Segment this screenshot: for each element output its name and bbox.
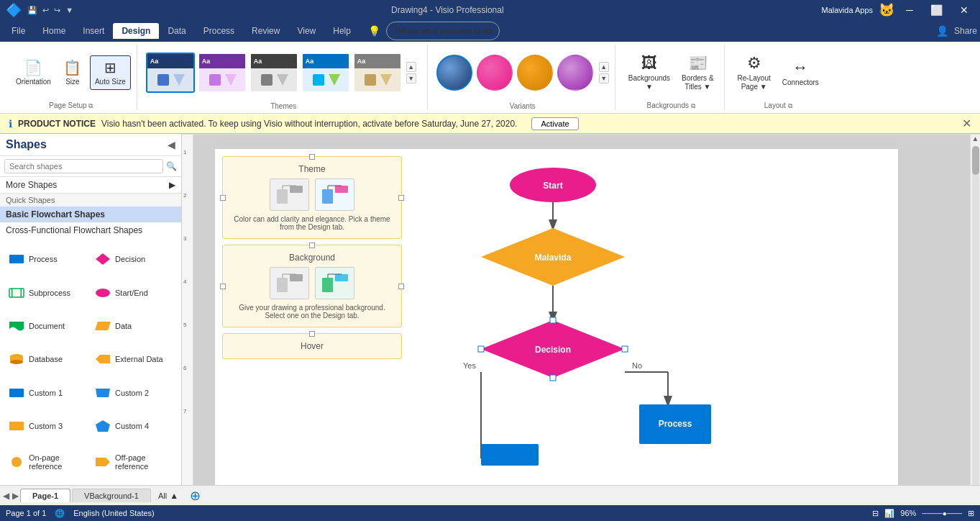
bg-handle-top [309, 243, 315, 248]
redo-icon[interactable]: ↪ [54, 6, 60, 14]
search-icon[interactable]: 🔍 [166, 161, 177, 171]
shape-custom4[interactable]: Custom 4 [92, 411, 175, 441]
basic-flowchart-item[interactable]: Basic Flowchart Shapes [0, 207, 181, 222]
shape-subprocess[interactable]: Subprocess [6, 277, 89, 307]
status-icon-1[interactable]: ⊟ [872, 509, 879, 518]
theme-4-inner: Aa [303, 54, 349, 91]
handle-top [309, 154, 315, 160]
shape-custom3[interactable]: Custom 3 [6, 411, 89, 441]
tab-help[interactable]: Help [324, 23, 360, 39]
theme-img-1 [270, 178, 309, 211]
ribbon-search[interactable]: Tell me what you want to do [386, 22, 500, 40]
shape-onpage-ref[interactable]: On-page reference [6, 445, 89, 479]
variants-up[interactable]: ▲ [599, 62, 609, 72]
notification-close[interactable]: ✕ [962, 117, 971, 130]
cross-functional-item[interactable]: Cross-Functional Flowchart Shapes [0, 222, 181, 238]
zoom-slider[interactable]: ────●─── [922, 509, 962, 517]
minimize-btn[interactable]: ─ [900, 4, 919, 16]
zoom-in-btn[interactable]: ⊞ [968, 509, 974, 518]
background-panel-images [230, 267, 394, 299]
group-variants: ▲ ▼ Variants [431, 45, 615, 110]
group-layout: ⚙ Re-LayoutPage ▼ ↔ Connectors Layout ⧉ [728, 45, 829, 110]
all-arrow[interactable]: ▲ [170, 491, 178, 501]
save-icon[interactable]: 💾 [27, 6, 37, 14]
all-label[interactable]: All [158, 491, 167, 500]
borders-titles-button[interactable]: 📰 Borders &Titles ▼ [677, 51, 718, 94]
add-page-btn[interactable]: ⊕ [186, 488, 205, 504]
shape-startend[interactable]: Start/End [92, 277, 175, 307]
backgrounds-button[interactable]: 🖼 Backgrounds▼ [624, 51, 674, 94]
tab-page1[interactable]: Page-1 [20, 489, 70, 502]
theme-1-a: Aa [150, 58, 159, 65]
connectors-button[interactable]: ↔ Connectors [778, 55, 823, 90]
shape-data[interactable]: Data [92, 311, 175, 341]
close-btn[interactable]: ✕ [954, 4, 974, 16]
offpage-ref-icon [95, 456, 111, 468]
shape-external-data[interactable]: External Data [92, 344, 175, 374]
svg-rect-31 [322, 189, 333, 204]
borders-icon: 📰 [688, 54, 707, 73]
tab-design[interactable]: Design [113, 23, 159, 39]
page-prev-btn[interactable]: ◀ [3, 491, 9, 501]
search-input[interactable] [4, 159, 163, 173]
theme-3-header: Aa [251, 54, 297, 68]
variants-down[interactable]: ▼ [599, 73, 609, 83]
tab-view[interactable]: View [288, 23, 324, 39]
tab-insert[interactable]: Insert [74, 23, 113, 39]
scroll-track[interactable] [972, 146, 979, 485]
custom1-icon [9, 386, 24, 399]
shape-custom2[interactable]: Custom 2 [92, 378, 175, 408]
share-label[interactable]: Share [954, 26, 977, 36]
svg-marker-20 [96, 355, 110, 363]
page-next-btn[interactable]: ▶ [12, 491, 19, 501]
re-layout-button[interactable]: ⚙ Re-LayoutPage ▼ [733, 51, 775, 94]
scroll-thumb[interactable] [972, 146, 979, 175]
svg-marker-11 [96, 253, 110, 265]
customize-icon[interactable]: ▼ [65, 6, 73, 14]
svg-rect-4 [261, 74, 273, 86]
theme-3[interactable]: Aa [249, 53, 298, 93]
variant-4[interactable] [557, 55, 593, 91]
tab-process[interactable]: Process [195, 23, 243, 39]
tab-home[interactable]: Home [34, 23, 74, 39]
auto-size-button[interactable]: ⊞ Auto Size [90, 55, 131, 90]
theme-1[interactable]: Aa [146, 53, 195, 93]
shape-offpage-ref[interactable]: Off-page reference [92, 445, 175, 479]
theme-4[interactable]: Aa [301, 53, 350, 93]
shape-document[interactable]: Document [6, 311, 89, 341]
backgrounds-label: Backgrounds▼ [628, 74, 670, 91]
tab-vbackground1[interactable]: VBackground-1 [72, 489, 151, 502]
variant-3[interactable] [517, 55, 553, 91]
variant-2[interactable] [477, 55, 513, 91]
tab-file[interactable]: File [3, 23, 34, 39]
maximize-btn[interactable]: ⬜ [925, 4, 948, 16]
shapes-collapse-btn[interactable]: ◀ [168, 139, 175, 150]
themes-down[interactable]: ▼ [406, 73, 416, 83]
tab-data[interactable]: Data [159, 23, 194, 39]
activate-button[interactable]: Activate [531, 117, 578, 130]
theme-2[interactable]: Aa [198, 53, 247, 93]
theme-5[interactable]: Aa [353, 53, 402, 93]
themes-up[interactable]: ▲ [406, 62, 416, 72]
tab-review[interactable]: Review [243, 23, 288, 39]
bg-img-2 [315, 267, 354, 299]
svg-rect-60 [478, 346, 484, 352]
process-icon [9, 253, 24, 266]
scroll-up-btn[interactable]: ▲ [971, 135, 981, 145]
orientation-button[interactable]: 📄 Orientation [12, 56, 55, 89]
variant-1[interactable] [436, 55, 472, 91]
more-shapes-button[interactable]: More Shapes ▶ [0, 177, 181, 194]
shape-database[interactable]: Database [6, 344, 89, 374]
re-layout-label: Re-LayoutPage ▼ [738, 74, 771, 91]
svg-rect-59 [550, 375, 556, 381]
theme-5-a: Aa [357, 58, 366, 65]
size-button[interactable]: 📋 Size [58, 56, 87, 89]
theme-2-a: Aa [202, 58, 211, 65]
status-icon-2[interactable]: 📊 [884, 509, 894, 518]
backgrounds-icon: 🖼 [641, 54, 657, 73]
shape-process[interactable]: Process [6, 244, 89, 274]
shape-decision[interactable]: Decision [92, 244, 175, 274]
shape-custom1[interactable]: Custom 1 [6, 378, 89, 408]
undo-icon[interactable]: ↩ [42, 6, 49, 14]
canvas[interactable]: Theme [193, 135, 970, 485]
